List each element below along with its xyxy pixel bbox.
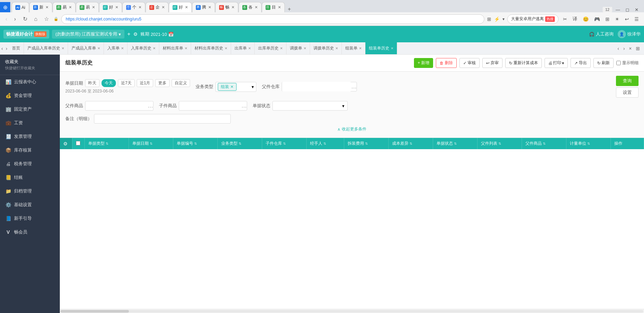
print-button[interactable]: 🖨 打印 ▾ — [545, 58, 568, 68]
recalc-button[interactable]: ↻ 重新计算成本 — [505, 58, 542, 68]
nav-tab-out-hist-close[interactable]: ✕ — [280, 46, 283, 50]
scissors-icon[interactable]: ✂ — [561, 15, 569, 23]
tab-qi-close[interactable]: ✕ — [162, 5, 165, 10]
undo-icon[interactable]: ↩ — [623, 15, 631, 23]
grid-icon[interactable]: ⊞ — [604, 15, 611, 23]
tab-mu[interactable]: 目 目 ✕ — [262, 2, 285, 12]
parent-goods-input[interactable] — [85, 103, 148, 108]
th-bill-no[interactable]: 单据编号 — [173, 138, 218, 149]
th-unit[interactable]: 计量单位 — [566, 138, 611, 149]
sidebar-item-assets[interactable]: 🏢 固定资产 — [0, 102, 60, 116]
nav-tab-assemble-hist[interactable]: 组装单历史 ✕ — [365, 42, 397, 55]
date-btn-today[interactable]: 今天 — [102, 79, 116, 87]
collapse-button[interactable]: ∧ 收起更多条件 — [65, 124, 639, 133]
date-btn-yesterday[interactable]: 昨天 — [85, 79, 99, 87]
nav-tab-next[interactable]: › — [622, 46, 626, 51]
nav-tab-assemble-hist-close[interactable]: ✕ — [391, 46, 393, 50]
th-checkbox[interactable] — [72, 138, 84, 149]
status-select[interactable]: ▾ — [272, 101, 348, 111]
warehouse-more-btn[interactable]: … — [351, 84, 357, 90]
nav-tab-mat-out-hist-close[interactable]: ✕ — [225, 46, 227, 50]
nav-tab-prod-in-hist[interactable]: 产成品入库单历史 ✕ — [24, 42, 68, 55]
tab-ge2[interactable]: 各 各 ✕ — [239, 2, 261, 12]
nav-tab-mat-out-hist[interactable]: 材料出库单历史 ✕ — [191, 42, 231, 55]
nav-tab-mat-out-close[interactable]: ✕ — [185, 46, 187, 50]
nav-tab-mat-out[interactable]: 材料出库单 ✕ — [159, 42, 191, 55]
filter-settings-button[interactable]: 设置 — [616, 87, 639, 98]
calendar-icon[interactable]: 📅 — [168, 32, 174, 37]
company-selector[interactable]: (勿删勿禁用) 江西服宝测试专用 ▾ — [52, 30, 124, 39]
parent-goods-more[interactable]: … — [148, 103, 153, 109]
maximize-icon[interactable]: ◻ — [623, 7, 631, 12]
sidebar-item-funds[interactable]: 💰 资金管理 — [0, 89, 60, 102]
tab-hao1-close[interactable]: ✕ — [115, 5, 118, 10]
th-bill-status[interactable]: 单据状态 — [433, 138, 478, 149]
tab-ai[interactable]: Ai Ai — [12, 2, 29, 12]
sun-icon[interactable]: ☀ — [613, 15, 621, 23]
tab-chang[interactable]: 畅 畅 ✕ — [215, 2, 238, 12]
menu-icon[interactable]: ☰ — [633, 15, 641, 23]
minimize-icon[interactable]: — — [614, 7, 622, 12]
tab-ge[interactable]: 个 个 ✕ — [122, 2, 145, 12]
nav-tab-prev[interactable]: ‹ — [616, 46, 620, 51]
sidebar-item-archive[interactable]: 📁 归档管理 — [0, 184, 60, 198]
tab-yi2[interactable]: 易 易 ✕ — [76, 2, 99, 12]
sidebar-item-basic-settings[interactable]: ⚙️ 基础设置 — [0, 198, 60, 212]
refresh-button[interactable]: ↻ — [21, 15, 29, 23]
close-icon[interactable]: ✕ — [633, 7, 641, 12]
add-company-button[interactable]: + — [127, 31, 130, 37]
tab-teng-close[interactable]: ✕ — [208, 5, 211, 10]
warehouse-input[interactable] — [282, 82, 351, 91]
th-biz-type[interactable]: 业务类型 — [218, 138, 262, 149]
new-tab-button[interactable]: + — [285, 6, 294, 12]
nav-tab-prod-in-close[interactable]: ✕ — [97, 46, 100, 50]
th-child-warehouse[interactable]: 子件仓库 — [262, 138, 307, 149]
tab-chang-close[interactable]: ✕ — [231, 5, 234, 10]
nav-left-arrow[interactable]: ‹ — [0, 46, 4, 51]
tab-new-close[interactable]: ✕ — [45, 5, 49, 10]
tab-active-close[interactable]: ✕ — [185, 5, 188, 10]
sidebar-item-invoice[interactable]: 🧾 发票管理 — [0, 130, 60, 143]
notes-input[interactable] — [94, 114, 231, 124]
dropdown-icon[interactable]: ▾ — [502, 17, 505, 22]
select-all-checkbox[interactable] — [76, 141, 80, 145]
th-settings[interactable]: ⚙ — [60, 138, 72, 149]
nav-tab-in-hist-close[interactable]: ✕ — [153, 46, 156, 50]
emoji-icon[interactable]: 😊 — [581, 15, 590, 23]
sidebar-item-tax[interactable]: 🖨 税务管理 — [0, 157, 60, 171]
nav-tab-menu[interactable]: ⊞ — [634, 46, 641, 51]
sidebar-item-guide[interactable]: 📘 新手引导 — [0, 212, 60, 225]
search-box[interactable]: 大量安卓用户逃离 热搜 — [507, 14, 559, 24]
sidebar-item-settle[interactable]: 📒 结账 — [0, 171, 60, 184]
tab-ge-close[interactable]: ✕ — [138, 5, 142, 10]
nav-tab-transfer-hist-close[interactable]: ✕ — [335, 46, 338, 50]
th-bill-date[interactable]: 单据日期 — [129, 138, 173, 149]
tab-qi[interactable]: 企 企 ✕ — [146, 2, 169, 12]
nav-tab-transfer[interactable]: 调拨单 ✕ — [286, 42, 310, 55]
th-parent-goods[interactable]: 父件商品 — [522, 138, 566, 149]
tab-yi1[interactable]: 易 易 ✕ — [53, 2, 76, 12]
nav-tab-assemble-close[interactable]: ✕ — [359, 46, 362, 50]
nav-tab-home[interactable]: 首页 — [9, 42, 24, 55]
child-goods-input[interactable] — [179, 103, 241, 108]
nav-tab-in-close[interactable]: ✕ — [121, 46, 124, 50]
tab-new[interactable]: 新 新 ✕ — [29, 2, 52, 12]
tab-ge2-close[interactable]: ✕ — [255, 5, 258, 10]
abandon-button[interactable]: ↩ 弃审 — [482, 58, 502, 68]
nav-tab-out[interactable]: 出库单 ✕ — [231, 42, 255, 55]
nav-tab-assemble[interactable]: 组装单 ✕ — [342, 42, 365, 55]
audit-button[interactable]: ✓ 审核 — [459, 58, 480, 68]
biz-type-input[interactable]: 组装 ✕ ▾ — [215, 82, 256, 92]
query-button[interactable]: 查询 — [616, 76, 639, 86]
nav-tab-transfer-close[interactable]: ✕ — [304, 46, 306, 50]
address-input[interactable] — [61, 14, 484, 24]
export-button[interactable]: ↗ 导出 — [571, 58, 591, 68]
home-button[interactable]: ⌂ — [32, 15, 40, 23]
tab-active[interactable]: 好 好 ✕ — [169, 2, 192, 12]
nav-tab-in[interactable]: 入库单 ✕ — [104, 42, 128, 55]
date-btn-custom[interactable]: 自定义 — [172, 79, 190, 87]
translate-icon[interactable]: 译 — [571, 15, 579, 23]
date-btn-1month[interactable]: 近1月 — [137, 79, 153, 87]
tab-yi2-close[interactable]: ✕ — [92, 5, 95, 10]
table-container[interactable]: ⚙ 单据类型 单据日期 单据编 — [60, 138, 644, 309]
